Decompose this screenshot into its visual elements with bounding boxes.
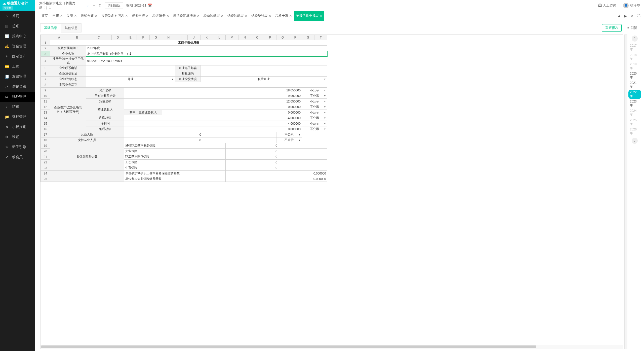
nav-item-archive[interactable]: 📁归档管理 xyxy=(0,112,35,122)
row-header[interactable]: 8 xyxy=(41,82,50,88)
tab[interactable]: 年报信息申报表✕ xyxy=(294,11,324,21)
cell[interactable]: 0 xyxy=(124,137,276,143)
nav-item-home[interactable]: ⌂首页 xyxy=(0,11,35,21)
nav-item-ledger[interactable]: ▤总账 xyxy=(0,21,35,31)
row-header[interactable]: 2 xyxy=(41,46,50,51)
cell[interactable]: 0 xyxy=(226,149,327,154)
tab-close-all-button[interactable]: ✕ xyxy=(629,13,635,19)
row-header[interactable]: 14 xyxy=(41,115,50,121)
tab[interactable]: 纳税统计表✕ xyxy=(249,11,273,21)
cell[interactable]: -4.000000 xyxy=(124,115,302,121)
cell[interactable]: 0.000000 xyxy=(124,126,302,132)
col-header[interactable]: Q xyxy=(276,35,289,40)
year-chip[interactable]: 2025年 xyxy=(628,118,641,127)
row-header[interactable]: 3 xyxy=(41,51,50,57)
cell[interactable] xyxy=(200,65,327,71)
close-icon[interactable]: ✕ xyxy=(320,14,322,18)
cell[interactable]: 9.992000 xyxy=(124,93,302,99)
row-header[interactable]: 11 xyxy=(41,99,50,104)
add-icon[interactable]: ＋ xyxy=(92,3,96,8)
year-chip[interactable]: 2026年 xyxy=(628,127,641,136)
nav-item-salary[interactable]: 💳工资 xyxy=(0,61,35,72)
year-chip[interactable]: 2017年 xyxy=(628,43,641,52)
account-selector[interactable]: 刘小艳演示账套（勿删勿动！）1 ⌄ xyxy=(39,1,89,10)
row-header[interactable]: 25 xyxy=(41,176,50,182)
col-header[interactable]: L xyxy=(213,35,225,40)
cell[interactable]: 0.000000 xyxy=(226,171,327,176)
close-icon[interactable]: ✕ xyxy=(95,14,97,18)
nav-item-expense[interactable]: ↻小畅报销 xyxy=(0,122,35,132)
old-version-button[interactable]: 切到旧版 xyxy=(105,2,123,9)
consult-button[interactable]: 🎧 人工咨询 xyxy=(598,3,616,8)
year-chip[interactable]: 2020年 xyxy=(628,71,641,80)
tab-next-button[interactable]: ▶ xyxy=(623,13,628,19)
cell[interactable]: 2022年度 xyxy=(86,46,327,51)
cell[interactable] xyxy=(86,71,175,77)
close-icon[interactable]: ✕ xyxy=(167,14,169,18)
tab[interactable]: 税检专家✕ xyxy=(273,11,294,21)
cell[interactable]: 91320811MA7NGR2W6R xyxy=(86,57,327,65)
close-icon[interactable]: ✕ xyxy=(60,14,63,18)
year-up-button[interactable]: ⌃ xyxy=(632,36,638,42)
col-header[interactable]: K xyxy=(200,35,213,40)
dropdown-cell[interactable]: 不公示 xyxy=(302,88,327,93)
row-header[interactable]: 5 xyxy=(41,65,50,71)
user-menu[interactable]: 👤 徐泽华 xyxy=(623,3,640,8)
col-header[interactable]: D xyxy=(111,35,124,40)
cell[interactable]: 0.000000 xyxy=(226,176,327,182)
fullscreen-button[interactable]: ⛶ xyxy=(636,13,641,19)
col-header[interactable]: R xyxy=(289,35,302,40)
cell[interactable]: 0 xyxy=(226,165,327,171)
tab[interactable]: 税务申报✕ xyxy=(130,11,150,21)
cell[interactable]: 0.000000 xyxy=(162,110,302,115)
close-icon[interactable]: ✕ xyxy=(221,14,223,18)
tab[interactable]: 存货别名对照表✕ xyxy=(99,11,130,21)
tab[interactable]: 所得税汇算清缴✕ xyxy=(171,11,202,21)
reset-report-button[interactable]: 重置报表 xyxy=(602,24,622,32)
nav-item-settings[interactable]: ⚙设置 xyxy=(0,132,35,142)
row-header[interactable]: 19 xyxy=(41,143,50,149)
period-display[interactable]: 账期 2023-11 📅 xyxy=(126,3,152,8)
col-header[interactable]: N xyxy=(238,35,251,40)
col-header[interactable]: A xyxy=(50,35,68,40)
year-chip[interactable]: 2023年 xyxy=(628,99,641,108)
nav-item-tax[interactable]: 🗂税务管理 xyxy=(0,92,35,102)
row-header[interactable]: 1 xyxy=(41,40,50,46)
row-header[interactable]: 18 xyxy=(41,137,50,143)
tab[interactable]: 首页 xyxy=(39,11,50,21)
row-header[interactable]: 16 xyxy=(41,126,50,132)
year-down-button[interactable]: ⌄ xyxy=(632,138,638,144)
year-chip[interactable]: 2022年 xyxy=(628,90,641,99)
close-icon[interactable]: ✕ xyxy=(245,14,247,18)
close-icon[interactable]: ✕ xyxy=(289,14,292,18)
row-header[interactable]: 12 xyxy=(41,104,50,110)
col-header[interactable]: H xyxy=(162,35,175,40)
col-header[interactable]: M xyxy=(226,35,238,40)
nav-item-report[interactable]: 📊报表中心 xyxy=(0,31,35,41)
tab[interactable]: 纳税波动表✕ xyxy=(225,11,249,21)
dropdown-cell[interactable]: 不公示 xyxy=(276,132,302,137)
subtab-basic[interactable]: 基础信息 xyxy=(40,23,61,32)
col-header[interactable]: S xyxy=(302,35,314,40)
row-header[interactable]: 13 xyxy=(41,110,50,115)
horizontal-scrollbar[interactable] xyxy=(41,345,623,349)
cell[interactable]: 0 xyxy=(226,154,327,160)
row-header[interactable]: 15 xyxy=(41,121,50,126)
row-header[interactable]: 20 xyxy=(41,149,50,154)
tab-prev-button[interactable]: ◀ xyxy=(616,13,622,19)
row-header[interactable]: 6 xyxy=(41,71,50,77)
col-header[interactable]: P xyxy=(264,35,276,40)
row-header[interactable]: 23 xyxy=(41,165,50,171)
close-icon[interactable]: ✕ xyxy=(146,14,148,18)
col-header[interactable]: F xyxy=(137,35,149,40)
dropdown-cell[interactable]: 不公示 xyxy=(302,115,327,121)
dropdown-cell[interactable]: 不公示 xyxy=(302,121,327,126)
row-header[interactable]: 22 xyxy=(41,160,50,165)
cell[interactable]: 18.050000 xyxy=(124,88,302,93)
nav-item-guide[interactable]: ☆新手引导 xyxy=(0,142,35,152)
dropdown-cell[interactable]: 不公示 xyxy=(302,93,327,99)
nav-item-inout[interactable]: ⇄进销台账 xyxy=(0,82,35,92)
row-header[interactable]: 7 xyxy=(41,77,50,82)
nav-item-close[interactable]: ✓结账 xyxy=(0,102,35,112)
subtab-other[interactable]: 其他信息 xyxy=(61,23,82,32)
